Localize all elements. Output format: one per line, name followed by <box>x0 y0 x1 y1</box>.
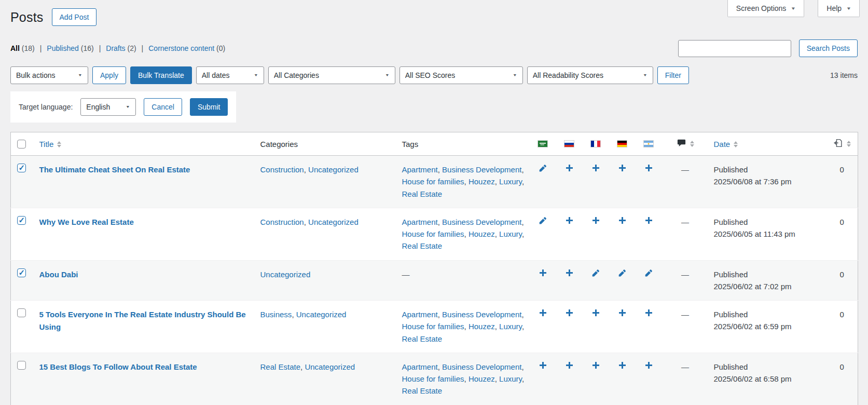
category-link[interactable]: Construction <box>260 165 304 174</box>
post-title-link[interactable]: Abou Dabi <box>39 270 78 279</box>
tag-link[interactable]: Luxury <box>499 230 522 238</box>
tag-link[interactable]: Houzez <box>469 322 495 331</box>
category-link[interactable]: Uncategorized <box>260 270 311 279</box>
edit-translation-icon[interactable] <box>538 216 547 225</box>
tag-link[interactable]: Luxury <box>499 177 522 186</box>
post-title-link[interactable]: 5 Tools Everyone In The Real Estate Indu… <box>39 310 246 331</box>
row-select-checkbox[interactable] <box>17 268 26 277</box>
add-translation-icon[interactable] <box>644 164 653 172</box>
edit-translation-icon[interactable] <box>538 164 547 173</box>
row-select-checkbox[interactable] <box>17 361 26 370</box>
sort-by-links[interactable] <box>833 138 851 148</box>
tag-link[interactable]: Real Estate <box>402 386 443 395</box>
edit-translation-icon[interactable] <box>617 268 627 278</box>
add-translation-icon[interactable] <box>565 164 574 172</box>
add-post-button[interactable]: Add Post <box>52 8 97 26</box>
sort-by-title[interactable]: Title <box>39 140 62 148</box>
edit-translation-icon[interactable] <box>644 268 653 278</box>
tag-link[interactable]: Real Estate <box>402 334 443 343</box>
tag-link[interactable]: Real Estate <box>402 190 443 198</box>
category-link[interactable]: Construction <box>260 218 304 226</box>
sort-by-date[interactable]: Date <box>714 140 738 148</box>
add-translation-icon[interactable] <box>539 308 547 317</box>
bulk-translate-button[interactable]: Bulk Translate <box>130 66 192 84</box>
category-link[interactable]: Real Estate <box>260 362 301 371</box>
add-translation-icon[interactable] <box>591 361 600 370</box>
view-cornerstone-content[interactable]: Cornerstone content (0) <box>148 44 225 52</box>
submit-button[interactable]: Submit <box>190 98 228 116</box>
tag-link[interactable]: House for families <box>402 177 464 186</box>
add-translation-icon[interactable] <box>565 268 574 277</box>
tag-link[interactable]: House for families <box>402 230 464 238</box>
add-translation-icon[interactable] <box>565 361 574 370</box>
category-link[interactable]: Business <box>260 310 292 319</box>
readability-scores-filter-select[interactable]: All Readability Scores <box>527 66 653 84</box>
tag-link[interactable]: Luxury <box>499 322 522 331</box>
sort-by-comments[interactable] <box>677 138 694 148</box>
screen-options-button[interactable]: Screen Options ▼ <box>727 0 804 17</box>
target-language-select[interactable]: English <box>80 98 136 116</box>
tag-link[interactable]: Houzez <box>469 374 495 383</box>
tag-link[interactable]: Business Development <box>442 310 521 319</box>
search-input[interactable] <box>678 40 791 57</box>
bulk-actions-select[interactable]: Bulk actions <box>10 66 88 84</box>
dates-filter-select[interactable]: All dates <box>196 66 264 84</box>
translation-cell <box>556 156 583 208</box>
tag-link[interactable]: Houzez <box>469 230 495 238</box>
category-link[interactable]: Uncategorized <box>296 310 347 319</box>
post-title-link[interactable]: 15 Best Blogs To Follow About Real Estat… <box>39 362 197 371</box>
post-status: Published <box>714 361 821 373</box>
add-translation-icon[interactable] <box>644 216 653 225</box>
select-all-checkbox[interactable] <box>17 140 26 148</box>
search-posts-button[interactable]: Search Posts <box>799 39 858 57</box>
add-translation-icon[interactable] <box>591 216 600 225</box>
add-translation-icon[interactable] <box>565 308 574 317</box>
tag-link[interactable]: Luxury <box>499 374 522 383</box>
add-translation-icon[interactable] <box>644 361 653 370</box>
row-select-checkbox[interactable] <box>17 308 26 317</box>
apply-button[interactable]: Apply <box>92 66 126 84</box>
post-views: All (18)|Published (16)|Drafts (2)|Corne… <box>10 44 225 52</box>
add-translation-icon[interactable] <box>618 164 627 172</box>
date-cell: Published 2025/06/05 at 11:43 pm <box>709 208 826 260</box>
row-select-checkbox[interactable] <box>17 216 26 225</box>
language-column-header <box>609 132 636 156</box>
tag-link[interactable]: Houzez <box>469 177 495 186</box>
add-translation-icon[interactable] <box>618 216 627 225</box>
date-cell: Published 2025/06/08 at 7:36 pm <box>709 156 826 208</box>
add-translation-icon[interactable] <box>565 216 574 225</box>
view-drafts[interactable]: Drafts (2) <box>106 44 136 52</box>
add-translation-icon[interactable] <box>539 361 547 370</box>
post-title-link[interactable]: The Ultimate Cheat Sheet On Real Estate <box>39 165 190 174</box>
tag-link[interactable]: House for families <box>402 374 464 383</box>
tag-link[interactable]: Real Estate <box>402 241 443 250</box>
add-translation-icon[interactable] <box>539 268 547 277</box>
translation-cell <box>530 260 556 301</box>
category-link[interactable]: Uncategorized <box>308 165 359 174</box>
add-translation-icon[interactable] <box>591 164 600 172</box>
help-button[interactable]: Help ▼ <box>818 0 860 17</box>
row-select-checkbox[interactable] <box>17 164 26 172</box>
seo-scores-filter-select[interactable]: All SEO Scores <box>399 66 523 84</box>
edit-translation-icon[interactable] <box>591 268 600 278</box>
view-published[interactable]: Published (16) <box>47 44 93 52</box>
add-translation-icon[interactable] <box>644 308 653 317</box>
tag-link[interactable]: Apartment <box>402 310 438 319</box>
category-link[interactable]: Uncategorized <box>308 218 359 226</box>
tag-link[interactable]: Business Development <box>442 165 521 174</box>
categories-filter-select[interactable]: All Categories <box>268 66 395 84</box>
tag-link[interactable]: House for families <box>402 322 464 331</box>
add-translation-icon[interactable] <box>618 308 627 317</box>
filter-button[interactable]: Filter <box>657 66 689 84</box>
tag-link[interactable]: Apartment <box>402 218 438 226</box>
view-all[interactable]: All (18) <box>10 44 35 52</box>
post-title-link[interactable]: Why We Love Real Estate <box>39 218 134 226</box>
category-link[interactable]: Uncategorized <box>305 362 355 371</box>
add-translation-icon[interactable] <box>618 361 627 370</box>
tag-link[interactable]: Apartment <box>402 165 438 174</box>
tag-link[interactable]: Business Development <box>442 218 521 226</box>
add-translation-icon[interactable] <box>591 308 600 317</box>
tag-link[interactable]: Apartment <box>402 362 438 371</box>
cancel-button[interactable]: Cancel <box>144 98 182 116</box>
tag-link[interactable]: Business Development <box>442 362 521 371</box>
